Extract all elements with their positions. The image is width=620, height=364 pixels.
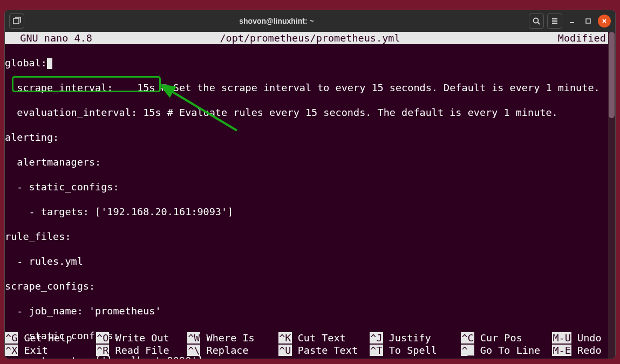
shortcut-label: Get Help — [18, 332, 96, 344]
titlebar: shovon@linuxhint: ~ — [5, 10, 615, 32]
shortcut-key: M-U — [552, 332, 571, 344]
nano-header: GNU nano 4.8 /opt/prometheus/prometheus.… — [5, 32, 615, 44]
shortcut-key: ^R — [96, 345, 109, 356]
shortcut-key: ^X — [5, 345, 18, 356]
yaml-line: alerting: — [5, 131, 615, 143]
shortcut-label: Cut Text — [292, 332, 370, 344]
shortcut-row-1: ^G Get Help ^O Write Out ^W Where Is ^K … — [5, 332, 608, 344]
shortcut-item: ^K Cut Text — [278, 332, 370, 344]
shortcut-label: Exit — [18, 345, 96, 356]
shortcut-key: ^\ — [187, 345, 200, 356]
yaml-comment: # Set the scrape interval to every 15 se… — [161, 82, 600, 93]
yaml-line: scrape_interval: 15s — [5, 82, 161, 93]
nano-file-path: /opt/prometheus/prometheus.yml — [5, 32, 615, 44]
yaml-line: scrape_configs: — [5, 280, 615, 292]
shortcut-label: Read File — [109, 345, 187, 356]
close-button[interactable] — [598, 15, 611, 28]
terminal-area[interactable]: GNU nano 4.8 /opt/prometheus/prometheus.… — [5, 32, 615, 359]
yaml-comment: # Evaluate rules every 15 seconds. The d… — [167, 107, 558, 118]
shortcut-item: ^U Paste Text — [278, 344, 370, 356]
yaml-line: rule_files: — [5, 230, 615, 243]
window-title: shovon@linuxhint: ~ — [239, 17, 314, 25]
shortcut-key: ^W — [187, 332, 200, 344]
shortcut-item: ^X Exit — [5, 344, 96, 356]
yaml-line: - job_name: 'prometheus' — [5, 305, 615, 317]
shortcut-label: Justify — [383, 332, 461, 344]
shortcut-key: M-E — [552, 345, 571, 356]
shortcut-label: Write Out — [109, 332, 187, 344]
cursor — [47, 58, 52, 69]
shortcut-label: Cur Pos — [474, 332, 553, 344]
shortcut-row-2: ^X Exit ^R Read File ^\ Replace ^U Paste… — [5, 344, 608, 356]
yaml-line: - static_configs: — [5, 181, 615, 193]
shortcut-label: Paste Text — [292, 345, 370, 356]
shortcut-key: ^G — [5, 332, 18, 344]
yaml-line: evaluation_interval: 15s — [5, 107, 167, 118]
scrollbar-thumb[interactable] — [609, 32, 615, 118]
shortcut-item: ^J Justify — [370, 332, 461, 344]
new-tab-button[interactable] — [9, 13, 24, 29]
svg-point-1 — [533, 18, 538, 23]
maximize-button[interactable] — [582, 15, 595, 28]
terminal-window: shovon@linuxhint: ~ GNU nano 4.8 /opt/pr… — [4, 10, 616, 359]
shortcut-item: ^R Read File — [96, 344, 187, 356]
shortcut-key: ^K — [278, 332, 291, 344]
shortcut-item: ^T To Spell — [370, 344, 461, 356]
svg-rect-0 — [13, 18, 19, 24]
shortcut-item: ^W Where Is — [187, 332, 278, 344]
shortcut-label: Replace — [200, 345, 278, 356]
yaml-line: - targets: ['192.168.20.161:9093'] — [5, 205, 615, 218]
nano-shortcuts: ^G Get Help ^O Write Out ^W Where Is ^K … — [5, 332, 608, 356]
shortcut-item: M-E Redo — [552, 344, 601, 356]
yaml-line: alertmanagers: — [5, 156, 615, 168]
search-button[interactable] — [529, 13, 544, 29]
editor-content[interactable]: global: scrape_interval: 15s # Set the s… — [5, 44, 615, 359]
shortcut-key: ^J — [370, 332, 383, 344]
shortcut-item: M-U Undo — [552, 332, 601, 344]
shortcut-key: ^T — [370, 345, 383, 356]
yaml-line: - rules.yml — [5, 255, 615, 267]
svg-rect-2 — [586, 19, 590, 23]
shortcut-key: ^O — [96, 332, 109, 344]
shortcut-item: ^O Write Out — [96, 332, 187, 344]
shortcut-key: ^U — [278, 345, 291, 356]
shortcut-label: Where Is — [200, 332, 278, 344]
shortcut-item: ^\ Replace — [187, 344, 278, 356]
shortcut-label: Go To Line — [474, 345, 553, 356]
shortcut-item: ^G Get Help — [5, 332, 96, 344]
shortcut-item: ^C Cur Pos — [461, 332, 552, 344]
shortcut-key: ^_ — [461, 345, 474, 356]
menu-button[interactable] — [547, 13, 562, 29]
shortcut-label: To Spell — [383, 345, 461, 356]
scrollbar[interactable] — [608, 32, 615, 359]
minimize-button[interactable] — [566, 15, 578, 28]
shortcut-item: ^_ Go To Line — [461, 344, 552, 356]
yaml-line: global: — [5, 57, 47, 68]
shortcut-key: ^C — [461, 332, 474, 344]
shortcut-label: Undo — [571, 332, 602, 344]
shortcut-label: Redo — [571, 345, 602, 356]
